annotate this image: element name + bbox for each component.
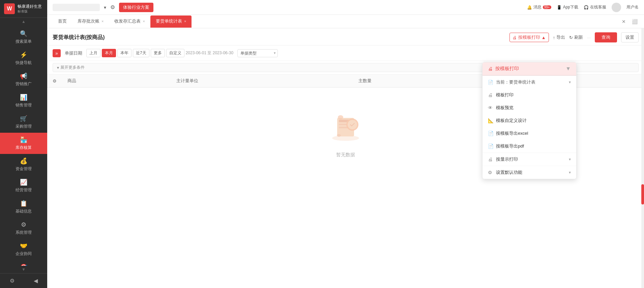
date-btn-this-year[interactable]: 本年 (117, 49, 131, 57)
notifications-badge: 99+ (543, 5, 551, 9)
dropdown-printer-icon: 🖨 (488, 66, 493, 71)
tab-order-stats[interactable]: 要货单统计表 × (150, 15, 192, 28)
close-tab-stock-summary-icon[interactable]: × (143, 19, 145, 23)
sidebar-scroll-up[interactable]: ▲ (0, 18, 47, 25)
svg-point-6 (348, 120, 357, 129)
sidebar-item-label: 营销推广 (16, 81, 32, 87)
tab-home[interactable]: 首页 (53, 15, 72, 28)
col-goods: 商品 (62, 74, 171, 88)
tab-inventory-batch[interactable]: 库存批次账 × (72, 15, 109, 28)
tab-window-controls: ✕ ⬜ (620, 18, 639, 26)
user-avatar[interactable] (612, 3, 621, 12)
app-version: 标准版 (18, 9, 42, 14)
type-filter-select[interactable]: 单据类型 (237, 49, 278, 57)
dropdown-item-export-pdf-label: 按模板导出pdf (496, 143, 524, 149)
username-label: 用户名 (626, 4, 639, 10)
filter-expand-icon[interactable]: » (53, 49, 61, 57)
col-settings: ⚙ (47, 74, 62, 88)
query-btn[interactable]: 查询 (595, 32, 617, 42)
date-btn-this-month[interactable]: 本月 (102, 49, 116, 57)
online-service-btn[interactable]: 🎧 在线客服 (584, 4, 606, 10)
close-tab-inventory-batch-icon[interactable]: × (101, 19, 104, 23)
date-btn-last-7-days[interactable]: 近7天 (133, 49, 149, 57)
tab-home-label: 首页 (58, 18, 67, 24)
topbar-dropdown-icon[interactable]: ▾ (104, 5, 106, 10)
sidebar-item-sales[interactable]: 📊 销售管理 (0, 90, 47, 111)
close-all-tabs-icon[interactable]: ✕ (620, 18, 628, 26)
tab-stock-summary[interactable]: 收发存汇总表 × (109, 15, 150, 28)
default-settings-label: 设置默认功能 (496, 169, 522, 175)
sidebar-item-label: 采购管理 (16, 124, 32, 129)
expand-arrow-icon: » (55, 51, 58, 56)
experience-btn[interactable]: 体验行业方案 (119, 3, 153, 12)
dropdown-item-design[interactable]: 📐 模板自定义设计 (482, 114, 576, 127)
quicknav-icon: ⚡ (20, 51, 27, 59)
sidebar-item-purchase[interactable]: 🛒 采购管理 (0, 111, 47, 133)
sidebar-item-label: 销售管理 (16, 102, 32, 108)
logo-icon: W (4, 3, 15, 14)
printer-icon: 🖨 (513, 35, 517, 40)
sidebar-item-marketing[interactable]: 📢 营销推广 (0, 69, 47, 90)
purchase-icon: 🛒 (20, 115, 27, 122)
dropdown-close-icon[interactable]: ▼ (565, 66, 571, 72)
sidebar-item-basic-info[interactable]: 📋 基础信息 (0, 196, 47, 218)
template-print-icon: 🖨 (488, 92, 493, 98)
print-dropdown-chevron-icon: ▲ (541, 35, 546, 40)
dropdown-item-export-pdf[interactable]: 📄 按模板导出pdf (482, 140, 576, 153)
scrollbar-thumb[interactable] (641, 184, 644, 204)
refresh-btn[interactable]: ↻ 刷新 (569, 34, 583, 40)
dropdown-item-print[interactable]: 🖨 模板打印 (482, 89, 576, 101)
dropdown-title: 🖨 按模板打印 (488, 66, 519, 72)
template-design-icon: 📐 (488, 118, 494, 123)
sidebar-item-enterprise[interactable]: 🤝 企业协同 (0, 239, 47, 260)
enterprise-icon: 🤝 (20, 242, 27, 250)
date-btn-custom[interactable]: 自定义 (166, 49, 184, 57)
empty-illustration (325, 108, 366, 148)
current-template-item[interactable]: 📄 当前：要货单统计表 ▾ (482, 75, 576, 89)
sidebar-scroll-down[interactable]: ▼ (0, 266, 47, 273)
sidebar-item-search[interactable]: 🔍 搜索菜单 (0, 27, 47, 48)
right-scrollbar[interactable] (641, 28, 644, 288)
service-icon: 🎧 (584, 5, 589, 10)
tab-inventory-batch-label: 库存批次账 (78, 18, 99, 24)
sidebar-item-operations[interactable]: 📈 经营管理 (0, 175, 47, 196)
dropdown-header: 🖨 按模板打印 ▼ (482, 62, 576, 75)
empty-text: 暂无数据 (336, 152, 355, 158)
export-excel-icon: 📄 (488, 131, 494, 136)
print-btn[interactable]: 🖨 按模板打印 ▲ (509, 33, 549, 42)
dropdown-item-preview[interactable]: 👁 模板预览 (482, 101, 576, 114)
topbar-search-input[interactable] (53, 4, 100, 11)
display-print-label: 按显示打印 (496, 156, 518, 162)
print-dropdown-menu: 🖨 按模板打印 ▼ 📄 当前：要货单统计表 ▾ 🖨 模板打印 👁 模板预览 📐 (482, 62, 577, 179)
maximize-tab-icon[interactable]: ⬜ (631, 18, 639, 26)
sidebar-item-inventory[interactable]: 🏪 库存核算 (0, 133, 47, 154)
topbar-right: 🔔 消息 99+ 📱 App下载 🎧 在线客服 用户名 (527, 3, 639, 12)
sidebar-item-quicknav[interactable]: ⚡ 快捷导航 (0, 48, 47, 69)
default-settings-icon: ⚙ (488, 170, 492, 175)
online-service-label: 在线客服 (590, 4, 606, 10)
type-filter-wrapper: 单据类型 (237, 49, 278, 57)
sidebar-settings-btn[interactable]: ⚙ (7, 276, 17, 285)
phone-icon: 📱 (557, 5, 562, 10)
export-btn[interactable]: ↑ 导出 (553, 34, 565, 40)
dropdown-item-default-settings[interactable]: ⚙ 设置默认功能 ▾ (482, 166, 576, 179)
expand-more-label: 展开更多条件 (60, 65, 85, 70)
date-btn-last-month[interactable]: 上月 (86, 49, 100, 57)
sidebar-item-guide[interactable]: 🎯 新手引导 (0, 260, 47, 266)
current-template-icon: 📄 (488, 80, 493, 85)
close-tab-order-stats-icon[interactable]: × (184, 19, 186, 23)
dropdown-item-display-print[interactable]: 🖨 按显示打印 ▾ (482, 153, 576, 166)
sidebar-item-finance[interactable]: 💰 资金管理 (0, 154, 47, 175)
dropdown-item-export-excel-label: 按模板导出excel (496, 130, 528, 136)
main-content: ▾ ⚙ 体验行业方案 🔔 消息 99+ 📱 App下载 🎧 在线客服 用户名 首… (47, 0, 644, 288)
topbar-settings-icon[interactable]: ⚙ (110, 4, 115, 10)
notifications-btn[interactable]: 🔔 消息 99+ (527, 4, 551, 10)
inventory-icon: 🏪 (20, 136, 27, 143)
dropdown-item-export-excel[interactable]: 📄 按模板导出excel (482, 127, 576, 140)
page-settings-btn[interactable]: 设置 (621, 32, 639, 42)
app-download-btn[interactable]: 📱 App下载 (557, 4, 578, 10)
sidebar-collapse-btn[interactable]: ◀ (31, 276, 40, 285)
display-print-icon: 🖨 (488, 157, 493, 162)
date-btn-more[interactable]: 更多 (151, 49, 165, 57)
sidebar-item-system[interactable]: ⚙ 系统管理 (0, 218, 47, 239)
